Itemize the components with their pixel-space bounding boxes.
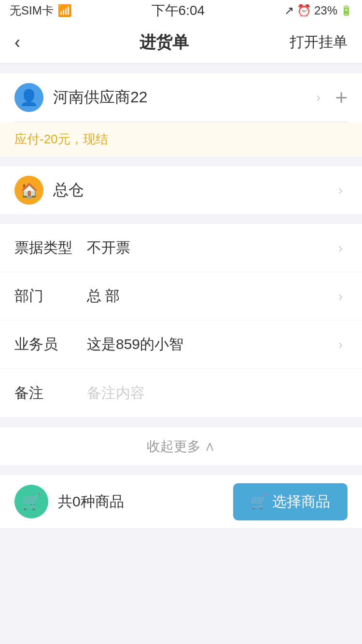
avatar-icon: 👤 bbox=[19, 88, 39, 107]
supplier-avatar: 👤 bbox=[14, 83, 43, 112]
rest-area bbox=[0, 528, 362, 644]
notice-text: 应付-20元，现结 bbox=[14, 132, 108, 146]
battery-icon: 🔋 bbox=[340, 5, 352, 16]
warehouse-icon-wrap: 🏠 bbox=[14, 176, 43, 205]
bottom-bar: 🛒 共0种商品 🛒 选择商品 bbox=[0, 475, 362, 528]
select-product-button[interactable]: 🛒 选择商品 bbox=[233, 483, 348, 520]
warehouse-name: 总仓 bbox=[53, 180, 338, 201]
invoice-type-chevron-icon: › bbox=[338, 240, 343, 256]
department-value: 总 部 bbox=[77, 286, 338, 306]
salesperson-label: 业务员 bbox=[14, 335, 77, 354]
department-row[interactable]: 部门 总 部 › bbox=[0, 272, 362, 321]
supplier-chevron-icon: › bbox=[316, 90, 320, 105]
status-bar: 无SIM卡 📶 下午6:04 ↗ ⏰ 23% 🔋 bbox=[0, 0, 362, 21]
cart-icon: 🛒 bbox=[22, 492, 41, 511]
supplier-section: 👤 河南供应商22 › + 应付-20元，现结 bbox=[0, 73, 362, 156]
remark-input[interactable]: 备注内容 bbox=[77, 383, 348, 403]
battery-label: 23% bbox=[314, 4, 337, 17]
location-icon: ↗ bbox=[284, 4, 294, 17]
remark-label: 备注 bbox=[14, 383, 77, 403]
invoice-type-label: 票据类型 bbox=[14, 238, 77, 258]
open-pending-button[interactable]: 打开挂单 bbox=[285, 32, 348, 52]
notice-banner: 应付-20元，现结 bbox=[0, 122, 362, 156]
department-label: 部门 bbox=[14, 286, 77, 306]
select-btn-icon: 🛒 bbox=[251, 494, 267, 510]
form-section: 票据类型 不开票 › 部门 总 部 › 业务员 这是859的小智 › 备注 备注… bbox=[0, 224, 362, 417]
warehouse-row[interactable]: 🏠 总仓 › bbox=[0, 166, 362, 214]
invoice-type-value: 不开票 bbox=[77, 238, 338, 258]
status-time: 下午6:04 bbox=[152, 1, 205, 20]
invoice-type-row[interactable]: 票据类型 不开票 › bbox=[0, 224, 362, 272]
supplier-row[interactable]: 👤 河南供应商22 › + bbox=[0, 73, 362, 122]
product-count: 共0种商品 bbox=[58, 492, 233, 512]
supplier-name: 河南供应商22 bbox=[53, 87, 316, 108]
add-supplier-button[interactable]: + bbox=[335, 85, 348, 110]
select-btn-label: 选择商品 bbox=[272, 492, 330, 512]
back-button[interactable]: ‹ bbox=[14, 32, 43, 53]
department-chevron-icon: › bbox=[338, 289, 343, 304]
section-gap-1 bbox=[0, 64, 362, 73]
status-left: 无SIM卡 📶 bbox=[10, 3, 72, 18]
warehouse-chevron-icon: › bbox=[338, 182, 343, 198]
cart-icon-wrap: 🛒 bbox=[14, 485, 48, 518]
wifi-icon: 📶 bbox=[57, 4, 72, 17]
status-right: ↗ ⏰ 23% 🔋 bbox=[284, 4, 352, 17]
salesperson-row[interactable]: 业务员 这是859的小智 › bbox=[0, 321, 362, 369]
collapse-toggle[interactable]: 收起更多 ∧ bbox=[0, 427, 362, 465]
warehouse-icon: 🏠 bbox=[20, 182, 38, 199]
carrier-label: 无SIM卡 bbox=[10, 3, 54, 18]
remark-row[interactable]: 备注 备注内容 bbox=[0, 369, 362, 417]
nav-bar: ‹ 进货单 打开挂单 bbox=[0, 21, 362, 64]
salesperson-chevron-icon: › bbox=[338, 337, 343, 352]
collapse-label: 收起更多 ∧ bbox=[147, 437, 216, 456]
page-title: 进货单 bbox=[43, 31, 285, 54]
salesperson-value: 这是859的小智 bbox=[77, 335, 338, 354]
alarm-icon: ⏰ bbox=[297, 4, 311, 17]
